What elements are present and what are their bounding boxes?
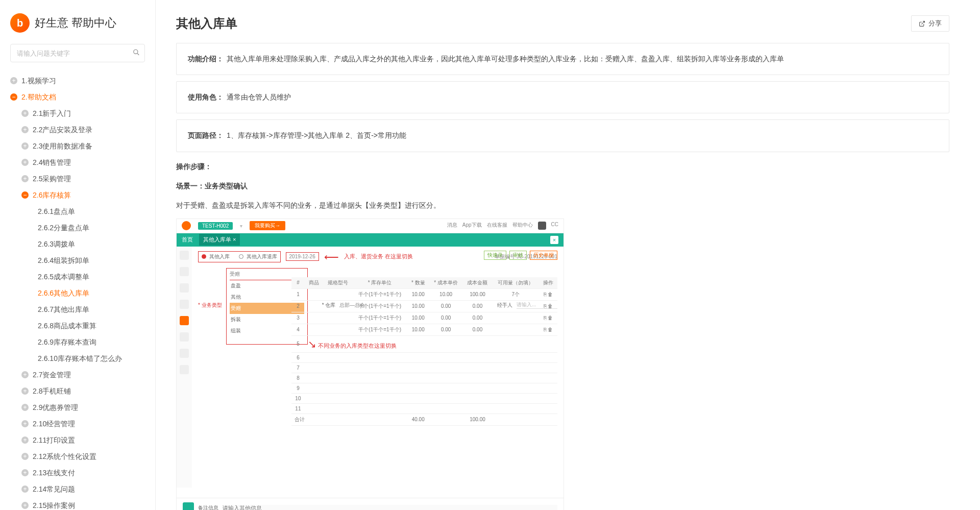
biz-type-label: * 业务类型 (198, 302, 222, 309)
path-text: 1、库存核算->库存管理->其他入库单 2、首页->常用功能 (227, 131, 406, 139)
nav-item-265[interactable]: 2.6.5成本调整单 (10, 269, 145, 285)
nav-item-23[interactable]: 2.3使用前数据准备 (10, 138, 145, 154)
logo-icon: b (10, 13, 30, 33)
badge: 历史单据 (530, 251, 557, 260)
th: * 库存单位 (353, 277, 407, 289)
nav-item-video[interactable]: 1.视频学习 (10, 72, 145, 89)
table-row: 11 (291, 403, 557, 414)
username: CC (551, 222, 558, 230)
nav-item-21[interactable]: 2.1新手入门 (10, 105, 145, 122)
memo-label: 备注信息 (198, 504, 218, 510)
nav-item-27[interactable]: 2.7资金管理 (10, 367, 145, 383)
avatar-icon (538, 222, 546, 230)
role-text: 通常由仓管人员维护 (227, 93, 291, 101)
nav-item-215[interactable]: 2.15操作案例 (10, 497, 145, 510)
scene1-text: 对于受赠、盘盈或是拆装入库等不同的业务，是通过单据头【业务类型】进行区分。 (176, 198, 949, 212)
nav-item-29[interactable]: 2.9优惠券管理 (10, 399, 145, 416)
main-content: 其他入库单 分享 功能介绍：其他入库单用来处理除采购入库、产成品入库之外的其他入… (156, 0, 980, 510)
nav-item-262[interactable]: 2.6.2分量盘点单 (10, 220, 145, 236)
path-label: 页面路径： (188, 131, 224, 139)
nav-tree: 1.视频学习 2.帮助文档 2.1新手入门 2.2产品安装及登录 2.3使用前数… (10, 72, 145, 510)
table-row: 2千个(1千个=1千个)10.000.000.00⎘ 🗑 (291, 300, 557, 312)
collapse-icon (21, 191, 29, 199)
title-bar: 其他入库单 分享 (176, 15, 949, 32)
share-icon (919, 20, 925, 27)
shot-tabs: 首页 其他入库单 × × (177, 233, 564, 247)
nav-item-268[interactable]: 2.6.8商品成本重算 (10, 318, 145, 334)
doc-type-radio-group: 其他入库 其他入库退库 (198, 251, 281, 262)
table-row: 1千个(1千个=1千个)10.0010.00100.007个⎘ 🗑 (291, 288, 557, 300)
arrow-icon: ⟵ (324, 251, 339, 263)
nav-item-2610[interactable]: 2.6.10库存账本错了怎么办 (10, 350, 145, 367)
arrow-icon: ↘ (308, 338, 316, 350)
search-input[interactable] (10, 44, 145, 62)
share-button[interactable]: 分享 (911, 15, 949, 32)
nav-item-264[interactable]: 2.6.4组装拆卸单 (10, 252, 145, 269)
shot-rail (177, 247, 192, 488)
th: 成本金额 (462, 277, 492, 289)
badge: 快速录 (484, 251, 506, 260)
rail-icon (180, 267, 189, 276)
rail-icon (180, 332, 189, 342)
nav-item-267[interactable]: 2.6.7其他出库单 (10, 301, 145, 318)
intro-label: 功能介绍： (188, 55, 224, 63)
expand-icon (21, 502, 29, 509)
tab-home: 首页 (182, 236, 193, 244)
nav-item-210[interactable]: 2.10经营管理 (10, 416, 145, 432)
rail-icon (180, 283, 189, 293)
annotation-1: 入库、退货业务 在这里切换 (344, 253, 413, 260)
buy-button: 我要购买→ (250, 221, 285, 230)
badge: 审核 (509, 251, 527, 260)
nav-item-213[interactable]: 2.13在线支付 (10, 465, 145, 481)
nav-item-269[interactable]: 2.6.9库存账本查询 (10, 334, 145, 350)
shot-topbar: TEST-H002 ▾ 我要购买→ 消息 App下载 在线客服 帮助中心 CC (177, 219, 564, 233)
intro-card: 功能介绍：其他入库单用来处理除采购入库、产成品入库之外的其他入库业务，因此其他入… (176, 43, 949, 75)
nav-item-docs[interactable]: 2.帮助文档 (10, 89, 145, 105)
memo-row: 备注信息 (177, 498, 564, 510)
annotation-2: 不同业务的入库类型在这里切换 (318, 343, 397, 349)
nav-item-212[interactable]: 2.12系统个性化设置 (10, 448, 145, 465)
top-link: 消息 (447, 222, 457, 230)
right-badges: 快速录 审核 历史单据 (484, 251, 557, 260)
intro-text: 其他入库单用来处理除采购入库、产成品入库之外的其他入库业务，因此其他入库单可处理… (227, 55, 784, 63)
table-row: 4千个(1千个=1千个)10.000.000.00⎘ 🗑 (291, 324, 557, 335)
search-icon[interactable] (133, 49, 140, 58)
expand-icon (21, 436, 29, 444)
path-card: 页面路径：1、库存核算->库存管理->其他入库单 2、首页->常用功能 (176, 119, 949, 152)
nav-item-211[interactable]: 2.11打印设置 (10, 432, 145, 448)
expand-icon (21, 126, 29, 133)
nav-item-214[interactable]: 2.14常见问题 (10, 481, 145, 497)
nav-item-261[interactable]: 2.6.1盘点单 (10, 203, 145, 220)
th: 规格型号 (323, 277, 353, 289)
table-row: 6 (291, 352, 557, 362)
expand-icon (21, 110, 29, 117)
top-link: App下载 (462, 222, 482, 230)
table-row: 10 (291, 393, 557, 403)
nav-item-263[interactable]: 2.6.3调拨单 (10, 236, 145, 252)
nav-item-26[interactable]: 2.6库存核算 (10, 187, 145, 203)
th: * 成本单价 (429, 277, 463, 289)
nav-item-24[interactable]: 2.4销售管理 (10, 154, 145, 171)
nav-item-25[interactable]: 2.5采购管理 (10, 171, 145, 187)
app-logo-icon (182, 221, 191, 230)
expand-icon (10, 77, 17, 84)
sidebar: b 好生意 帮助中心 1.视频学习 2.帮助文档 2.1新手入门 2.2产品安装… (0, 0, 156, 510)
role-card: 使用角色：通常由仓管人员维护 (176, 81, 949, 113)
nav-item-28[interactable]: 2.8手机旺铺 (10, 383, 145, 399)
brand-text: 好生意 帮助中心 (35, 15, 116, 31)
table-sum-row: 合计40.00100.00 (291, 414, 557, 425)
nav-item-22[interactable]: 2.2产品安装及登录 (10, 122, 145, 138)
page-title: 其他入库单 (176, 15, 237, 32)
expand-icon (21, 420, 29, 427)
nav-item-266[interactable]: 2.6.6其他入库单 (10, 285, 145, 301)
expand-icon (21, 485, 29, 493)
th: 可用量（勿填） (493, 277, 540, 289)
shot-body: 快速录 审核 历史单据 其他入库 其他入库退库 2019-12-26 ⟵ 入库、 (177, 247, 564, 488)
scene1-title: 场景一：业务类型确认 (176, 179, 949, 193)
top-links: 消息 App下载 在线客服 帮助中心 CC (447, 222, 558, 230)
th: 操作 (539, 277, 557, 289)
radio-icon (239, 254, 243, 259)
tab-current: 其他入库单 × (199, 234, 240, 246)
rail-icon-active (180, 316, 189, 325)
expand-icon (21, 387, 29, 395)
